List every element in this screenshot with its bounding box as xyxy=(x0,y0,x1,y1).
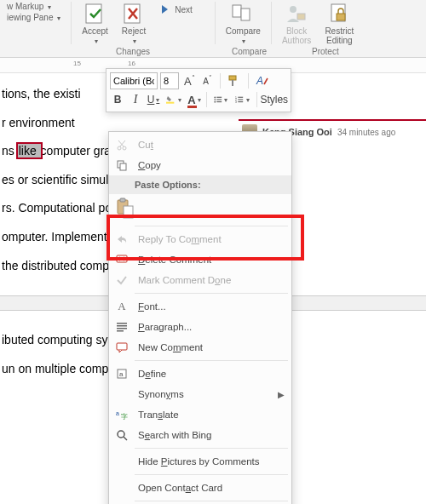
svg-rect-35 xyxy=(117,330,124,332)
svg-point-14 xyxy=(214,99,216,100)
accept-icon xyxy=(83,2,107,26)
italic-button[interactable]: I xyxy=(128,91,143,108)
ctx-search-bing[interactable]: Search with Bing xyxy=(109,425,291,445)
ctx-paste-options[interactable] xyxy=(109,194,291,223)
svg-text:A: A xyxy=(256,75,263,87)
contact-icon xyxy=(114,480,130,495)
group-changes: Changes xyxy=(116,47,150,56)
shrink-font-button[interactable]: A˅ xyxy=(200,72,216,89)
next-icon xyxy=(159,3,171,15)
bold-button[interactable]: B xyxy=(110,91,125,108)
paragraph-icon xyxy=(114,319,130,335)
context-menu: Cut Copy Paste Options: Reply To Comment… xyxy=(108,131,292,504)
font-icon: A xyxy=(114,299,130,314)
svg-rect-9 xyxy=(232,80,233,86)
selected-text: like xyxy=(18,144,41,158)
svg-rect-19 xyxy=(239,97,244,98)
define-icon: a xyxy=(114,366,130,381)
styles-button[interactable]: A xyxy=(253,72,273,89)
reject-button[interactable]: Reject▾ xyxy=(118,2,149,46)
reviewing-pane-partial[interactable]: iewing Pane ▾ xyxy=(7,13,60,23)
comment-time: 34 minutes ago xyxy=(337,128,395,137)
svg-rect-5 xyxy=(297,14,305,20)
block-authors-button[interactable]: Block Authors xyxy=(279,2,314,45)
svg-rect-21 xyxy=(239,99,244,100)
compare-icon xyxy=(231,2,255,26)
svg-rect-15 xyxy=(216,99,222,100)
restrict-editing-icon xyxy=(327,2,351,26)
svg-rect-27 xyxy=(120,163,126,170)
svg-point-25 xyxy=(123,146,126,150)
ctx-synonyms[interactable]: Synonyms ▶ xyxy=(109,384,291,404)
ctx-delete-comment[interactable]: Delete Comment xyxy=(109,249,291,270)
submenu-arrow-icon: ▶ xyxy=(278,390,285,399)
translate-icon: a字 xyxy=(114,407,130,422)
show-markup-partial[interactable]: w Markup ▾ xyxy=(7,2,51,12)
svg-rect-8 xyxy=(229,76,236,80)
reject-icon xyxy=(122,2,146,26)
svg-rect-34 xyxy=(117,328,127,329)
ctx-translate[interactable]: a字 Translate xyxy=(109,404,291,425)
svg-rect-7 xyxy=(337,14,345,20)
ctx-copy[interactable]: Copy xyxy=(109,155,291,175)
ctx-font[interactable]: A Font... xyxy=(109,296,291,317)
ctx-mark-done[interactable]: Mark Comment Done xyxy=(109,270,291,290)
compare-button[interactable]: Compare▾ xyxy=(222,2,264,46)
font-size-input[interactable] xyxy=(160,72,179,89)
svg-point-12 xyxy=(214,97,216,99)
ctx-new-comment[interactable]: New Comment xyxy=(109,337,291,358)
font-family-input[interactable] xyxy=(110,72,158,89)
reply-icon xyxy=(114,232,130,247)
highlight-button[interactable]: ▾ xyxy=(164,91,184,108)
copy-icon xyxy=(114,158,130,173)
svg-rect-17 xyxy=(216,101,222,102)
svg-text:3: 3 xyxy=(235,100,237,104)
svg-rect-30 xyxy=(124,206,133,218)
svg-rect-2 xyxy=(233,5,241,17)
ctx-reply-comment[interactable]: Reply To Comment xyxy=(109,229,291,249)
block-authors-icon xyxy=(285,2,308,26)
accept-button[interactable]: Accept▾ xyxy=(78,2,112,46)
format-painter-icon[interactable] xyxy=(225,72,244,89)
delete-comment-icon xyxy=(114,252,130,267)
hide-pictures-icon xyxy=(114,454,130,469)
svg-point-4 xyxy=(290,6,296,13)
svg-rect-23 xyxy=(239,101,244,102)
svg-point-16 xyxy=(214,101,216,103)
svg-rect-36 xyxy=(117,343,127,350)
ctx-paragraph[interactable]: Paragraph... xyxy=(109,317,291,337)
ctx-paste-header: Paste Options: xyxy=(109,175,291,194)
underline-button[interactable]: U▾ xyxy=(146,91,161,108)
ribbon: w Markup ▾ iewing Pane ▾ Accept▾ Reject▾… xyxy=(0,0,426,58)
ctx-define[interactable]: a Define xyxy=(109,364,291,384)
ctx-cut[interactable]: Cut xyxy=(109,135,291,155)
svg-text:a: a xyxy=(116,410,119,416)
grow-font-button[interactable]: A˄ xyxy=(181,72,198,89)
font-color-button[interactable]: A▾ xyxy=(187,91,202,108)
group-protect: Protect xyxy=(312,47,339,56)
group-compare: Compare xyxy=(232,47,267,56)
svg-point-24 xyxy=(118,146,121,150)
search-icon xyxy=(114,427,130,443)
check-icon xyxy=(114,272,130,288)
svg-rect-32 xyxy=(117,323,127,324)
styles-label[interactable]: Styles xyxy=(262,91,288,108)
synonyms-icon xyxy=(114,387,130,402)
svg-rect-13 xyxy=(216,97,222,98)
svg-rect-3 xyxy=(241,9,250,20)
svg-rect-33 xyxy=(117,325,127,327)
new-comment-icon xyxy=(114,340,130,355)
svg-text:字: 字 xyxy=(121,413,128,421)
svg-text:a: a xyxy=(119,370,124,378)
bullets-button[interactable]: ▾ xyxy=(211,91,231,108)
cut-icon xyxy=(114,137,130,152)
svg-rect-11 xyxy=(166,102,174,104)
ctx-hide-pictures[interactable]: Hide Pictures by Comments xyxy=(109,451,291,472)
svg-rect-0 xyxy=(86,4,101,23)
numbering-button[interactable]: 123▾ xyxy=(233,91,252,108)
mini-toolbar: A˄ A˅ A B I U▾ ▾ A▾ ▾ 123▾ Styles xyxy=(106,68,291,112)
next-button[interactable]: Next xyxy=(156,2,196,15)
svg-rect-29 xyxy=(120,198,125,202)
ctx-contact-card[interactable]: Open Contact Card xyxy=(109,478,291,498)
restrict-editing-button[interactable]: Restrict Editing xyxy=(321,2,357,45)
